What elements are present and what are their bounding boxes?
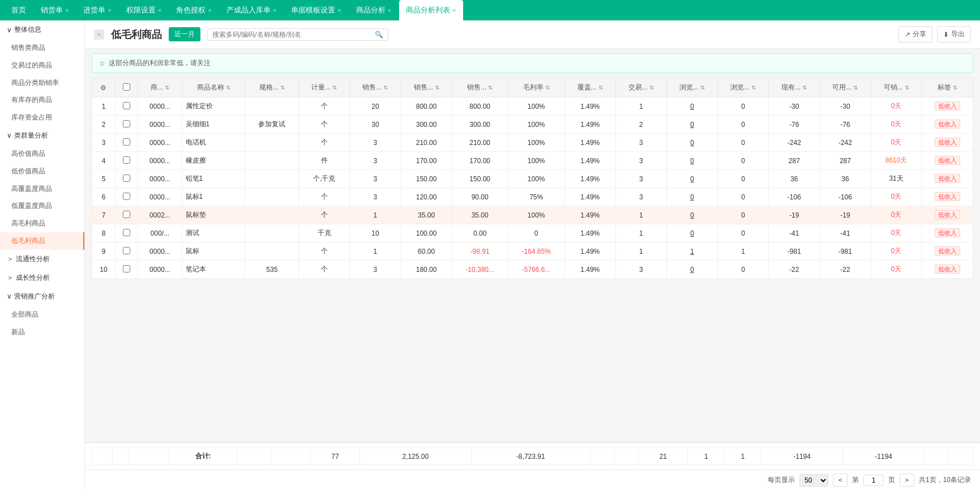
sidebar-collapse-icon[interactable]: « [94, 29, 104, 40]
nav-product-analysis[interactable]: 商品分析 × [349, 0, 398, 20]
nav-close-icon[interactable]: × [65, 7, 69, 14]
row-checkbox[interactable] [115, 261, 138, 279]
row-select-checkbox[interactable] [123, 265, 130, 272]
row-sellable: 0天 [871, 97, 922, 116]
row-checkbox[interactable] [115, 188, 138, 206]
sidebar-item-stock-capital[interactable]: 库存资金占用 [0, 109, 84, 126]
row-select-checkbox[interactable] [123, 247, 130, 254]
row-checkbox[interactable] [115, 206, 138, 224]
sidebar-group-marketing[interactable]: ∨ 营销推广分析 [0, 287, 84, 306]
sidebar-item-sales-goods[interactable]: 销售类商品 [0, 39, 84, 57]
table-row: 9 0000... 鼠标 个 1 60.00 -98.91 -164.85% 1… [92, 242, 973, 261]
sidebar-item-low-coverage[interactable]: 低覆盖度商品 [0, 197, 84, 215]
nav-template-settings[interactable]: 单据模板设置 × [284, 0, 348, 20]
th-spec[interactable]: 规格...⇅ [245, 78, 299, 97]
sidebar-group-cluster[interactable]: ∨ 类群量分析 [0, 126, 84, 145]
sidebar-item-in-stock[interactable]: 有库存的商品 [0, 91, 84, 109]
share-button[interactable]: ↗ 分享 [898, 26, 932, 42]
sidebar-item-low-margin[interactable]: 低毛利商品 [0, 232, 84, 250]
row-views1[interactable]: 0 [666, 134, 717, 152]
row-checkbox[interactable] [115, 170, 138, 188]
th-views2[interactable]: 浏览...⇅ [718, 78, 769, 97]
row-no: 1 [92, 97, 115, 116]
row-views1[interactable]: 0 [666, 224, 717, 242]
th-views1[interactable]: 浏览...⇅ [666, 78, 717, 97]
row-select-checkbox[interactable] [123, 120, 130, 127]
th-settings[interactable]: ⚙ [92, 78, 115, 97]
sidebar-group-circulation[interactable]: ＞ 流通性分析 [0, 250, 84, 269]
nav-close-icon[interactable]: × [273, 7, 276, 14]
th-code[interactable]: 商...⇅ [138, 78, 182, 97]
row-select-checkbox[interactable] [123, 211, 130, 218]
nav-permission[interactable]: 权限设置 × [119, 0, 168, 20]
search-input[interactable] [212, 31, 375, 39]
row-views1[interactable]: 0 [666, 152, 717, 170]
th-unit[interactable]: 计量...⇅ [299, 78, 350, 97]
export-button[interactable]: ⬇ 导出 [937, 26, 971, 42]
select-all-checkbox[interactable] [123, 83, 130, 91]
th-current-stock[interactable]: 现有...⇅ [769, 78, 820, 97]
sidebar-group-overall[interactable]: ∨ 整体信息 [0, 20, 84, 39]
nav-role-auth[interactable]: 角色授权 × [169, 0, 218, 20]
sidebar-item-high-margin[interactable]: 高毛利商品 [0, 215, 84, 232]
row-views1[interactable]: 1 [666, 242, 717, 261]
th-sales-price[interactable]: 销售...⇅ [401, 78, 452, 97]
row-checkbox[interactable] [115, 224, 138, 242]
row-checkbox[interactable] [115, 134, 138, 152]
nav-close-icon[interactable]: × [158, 7, 161, 14]
row-checkbox[interactable] [115, 152, 138, 170]
sidebar-item-low-value[interactable]: 低价值商品 [0, 163, 84, 180]
row-select-checkbox[interactable] [123, 193, 130, 200]
nav-product-inbound[interactable]: 产成品入库单 × [220, 0, 283, 20]
th-coverage[interactable]: 覆盖...⇅ [564, 78, 615, 97]
date-filter-button[interactable]: 近一月 [169, 27, 200, 41]
row-select-checkbox[interactable] [123, 156, 130, 164]
sidebar-item-new-goods[interactable]: 新品 [0, 323, 84, 341]
row-views1[interactable]: 0 [666, 206, 717, 224]
nav-close-icon[interactable]: × [388, 7, 391, 14]
summary-label: 合计: [169, 448, 237, 465]
row-checkbox[interactable] [115, 242, 138, 261]
row-checkbox[interactable] [115, 116, 138, 134]
th-available[interactable]: 可用...⇅ [820, 78, 871, 97]
sidebar-item-high-coverage[interactable]: 高覆盖度商品 [0, 180, 84, 198]
th-tag[interactable]: 标签⇅ [922, 78, 973, 97]
row-views1[interactable]: 0 [666, 116, 717, 134]
nav-home[interactable]: 首页 [5, 0, 33, 20]
row-checkbox[interactable] [115, 97, 138, 116]
nav-sales-order[interactable]: 销货单 × [34, 0, 75, 20]
search-icon[interactable]: 🔍 [375, 31, 383, 39]
prev-page-button[interactable]: ＜ [833, 474, 848, 487]
nav-close-icon[interactable]: × [208, 7, 211, 14]
nav-purchase-order[interactable]: 进货单 × [76, 0, 118, 20]
row-select-checkbox[interactable] [123, 138, 130, 146]
row-select-checkbox[interactable] [123, 229, 130, 236]
sidebar-item-all-goods[interactable]: 全部商品 [0, 306, 84, 323]
row-select-checkbox[interactable] [123, 174, 130, 182]
nav-close-icon[interactable]: × [452, 7, 456, 14]
sidebar-item-high-value[interactable]: 高价值商品 [0, 145, 84, 163]
th-sales-amount[interactable]: 销售...⇅ [452, 78, 508, 97]
row-coverage: 1.49% [564, 170, 615, 188]
per-page-select[interactable]: 50 20 100 [799, 474, 828, 487]
row-select-checkbox[interactable] [123, 102, 130, 109]
th-sellable[interactable]: 可销...⇅ [871, 78, 922, 97]
sidebar-item-category-rate[interactable]: 商品分类助销率 [0, 74, 84, 92]
row-views1[interactable]: 0 [666, 97, 717, 116]
th-gross-rate[interactable]: 毛利率⇅ [508, 78, 564, 97]
row-views1[interactable]: 0 [666, 170, 717, 188]
th-sales-qty[interactable]: 销售...⇅ [350, 78, 401, 97]
next-page-button[interactable]: ＞ [900, 474, 914, 487]
nav-close-icon[interactable]: × [337, 7, 341, 14]
page-input[interactable] [863, 475, 884, 486]
sidebar-group-growth[interactable]: ＞ 成长性分析 [0, 269, 84, 287]
row-sales-price: 800.00 [401, 97, 452, 116]
nav-close-icon[interactable]: × [108, 7, 111, 14]
row-views1[interactable]: 0 [666, 188, 717, 206]
th-name[interactable]: 商品名称⇅ [182, 78, 245, 97]
sidebar-item-traded-goods[interactable]: 交易过的商品 [0, 57, 84, 74]
row-views1[interactable]: 0 [666, 261, 717, 279]
th-transactions[interactable]: 交易...⇅ [615, 78, 666, 97]
nav-product-analysis-list[interactable]: 商品分析列表 × [399, 0, 463, 20]
row-no: 8 [92, 224, 115, 242]
